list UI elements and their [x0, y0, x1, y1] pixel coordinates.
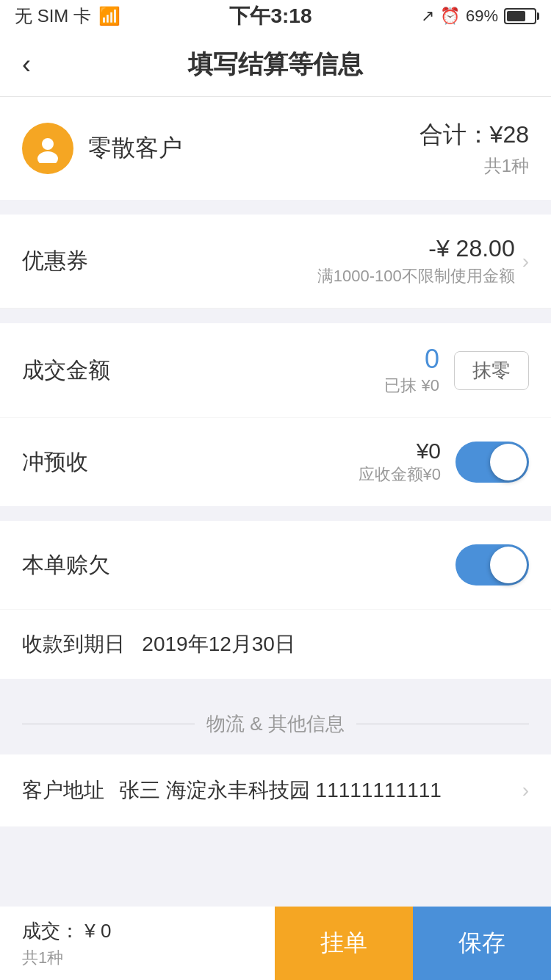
hold-button[interactable]: 挂单 — [275, 907, 413, 980]
coupon-label: 优惠券 — [22, 246, 88, 276]
address-chevron-icon: › — [522, 779, 529, 802]
status-left: 无 SIM 卡 📶 — [15, 4, 120, 28]
coupon-chevron-icon: › — [522, 250, 529, 273]
battery-icon — [504, 8, 536, 24]
address-label: 客户地址 — [22, 777, 104, 804]
battery-percent: 69% — [466, 7, 498, 26]
advance-label: 冲预收 — [22, 447, 88, 478]
advance-value: ¥0 — [417, 439, 441, 464]
coupon-desc: 满1000-100不限制使用金额 — [317, 265, 515, 287]
logistics-title: 物流 & 其他信息 — [206, 711, 345, 737]
line-right — [356, 724, 529, 724]
round-button[interactable]: 抹零 — [454, 351, 529, 390]
nav-bar: ‹ 填写结算等信息 — [0, 32, 551, 97]
address-section: 客户地址 张三 海淀永丰科技园 11111111111 › — [0, 754, 551, 826]
bottom-deal: 成交： ¥ 0 — [22, 918, 253, 944]
debt-toggle-knob — [490, 547, 527, 583]
customer-left: 零散客户 — [22, 123, 182, 174]
line-left — [22, 724, 195, 724]
deal-amount-label: 成交金额 — [22, 356, 110, 386]
advance-sub: 应收金额¥0 — [359, 464, 441, 486]
bottom-bar: 成交： ¥ 0 共1种 挂单 保存 — [0, 907, 551, 980]
svg-point-1 — [37, 151, 58, 163]
bottom-deal-value: ¥ 0 — [84, 920, 111, 942]
deal-amount-col: 0 已抹 ¥0 — [384, 344, 439, 397]
coupon-value: -¥ 28.00 — [317, 235, 515, 262]
debt-row: 本单赊欠 — [0, 521, 551, 609]
logistics-line: 物流 & 其他信息 — [22, 711, 529, 737]
save-button[interactable]: 保存 — [413, 907, 551, 980]
advance-row: 冲预收 ¥0 应收金额¥0 — [0, 418, 551, 506]
total-count: 共1种 — [419, 154, 529, 178]
due-date-label: 收款到期日 2019年12月30日 — [22, 633, 295, 655]
advance-toggle[interactable] — [455, 442, 529, 483]
due-date-value: 2019年12月30日 — [142, 633, 295, 655]
due-date-row: 收款到期日 2019年12月30日 — [0, 609, 551, 679]
status-bar: 无 SIM 卡 📶 下午3:18 ↗ ⏰ 69% — [0, 0, 551, 32]
bottom-info: 成交： ¥ 0 共1种 — [0, 918, 275, 969]
status-right: ↗ ⏰ 69% — [421, 7, 536, 26]
deal-section: 成交金额 0 已抹 ¥0 抹零 冲预收 ¥0 应收金额¥0 — [0, 323, 551, 506]
debt-toggle[interactable] — [455, 544, 529, 586]
location-icon: ↗ — [421, 7, 434, 26]
coupon-row[interactable]: 优惠券 -¥ 28.00 满1000-100不限制使用金额 › — [0, 215, 551, 309]
debt-section: 本单赊欠 收款到期日 2019年12月30日 — [0, 521, 551, 679]
debt-label: 本单赊欠 — [22, 550, 110, 580]
deal-amount-sub: 已抹 ¥0 — [384, 375, 439, 397]
svg-point-0 — [42, 138, 54, 150]
coupon-right-col: -¥ 28.00 满1000-100不限制使用金额 — [317, 235, 515, 287]
sim-label: 无 SIM 卡 — [15, 4, 91, 28]
customer-name: 零散客户 — [88, 132, 182, 165]
status-time: 下午3:18 — [229, 2, 311, 30]
total-amount: 合计：¥28 — [419, 119, 529, 151]
deal-amount-value[interactable]: 0 — [395, 344, 439, 375]
coupon-right: -¥ 28.00 满1000-100不限制使用金额 › — [317, 235, 529, 287]
customer-right: 合计：¥28 共1种 — [419, 119, 529, 178]
alarm-icon: ⏰ — [440, 7, 460, 26]
coupon-section: 优惠券 -¥ 28.00 满1000-100不限制使用金额 › — [0, 215, 551, 309]
logistics-header: 物流 & 其他信息 — [0, 693, 551, 754]
address-value: 张三 海淀永丰科技园 11111111111 — [119, 777, 522, 804]
back-button[interactable]: ‹ — [22, 49, 31, 80]
wifi-icon: 📶 — [98, 6, 120, 26]
advance-toggle-knob — [490, 444, 527, 480]
address-row[interactable]: 客户地址 张三 海淀永丰科技园 11111111111 › — [0, 754, 551, 826]
page-title: 填写结算等信息 — [188, 48, 363, 82]
bottom-deal-label: 成交： — [22, 920, 79, 942]
customer-row: 零散客户 合计：¥28 共1种 — [0, 97, 551, 200]
advance-right: ¥0 应收金额¥0 — [359, 439, 529, 486]
avatar — [22, 123, 73, 174]
advance-col: ¥0 应收金额¥0 — [359, 439, 441, 486]
bottom-count: 共1种 — [22, 947, 253, 969]
deal-amount-right: 0 已抹 ¥0 抹零 — [384, 344, 529, 397]
deal-amount-row: 成交金额 0 已抹 ¥0 抹零 — [0, 323, 551, 418]
